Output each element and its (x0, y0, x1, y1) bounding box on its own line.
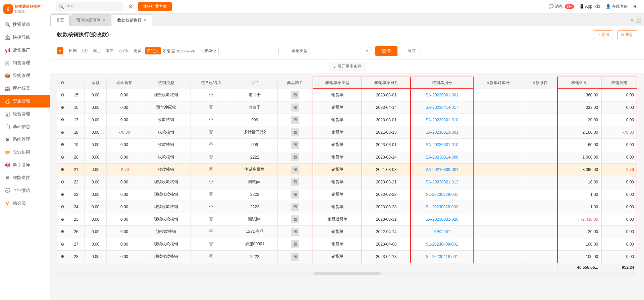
row-settings[interactable]: ⚙ (57, 151, 68, 163)
counterpart-input[interactable] (218, 47, 279, 55)
row-bill-no[interactable]: SA-20230314-008 (411, 151, 473, 163)
bill-no-link[interactable]: SA-20210813-001 (426, 130, 458, 135)
sidebar-item-marketing[interactable]: 📢 营销推广 (0, 44, 50, 56)
scrollbar-track[interactable] (314, 272, 381, 275)
row-bill-no[interactable]: SA-20230331-026 (411, 213, 473, 225)
sidebar-item-weixin[interactable]: 💬 企业微信 (0, 184, 50, 197)
sidebar-item-vip[interactable]: V 畅会员 (0, 197, 50, 210)
row-settings[interactable]: ⚙ (57, 89, 68, 101)
bill-no-link[interactable]: SL-20230328-002 (426, 205, 458, 209)
settings-button[interactable]: 设置 (403, 46, 421, 56)
date-btn-more[interactable]: 更多 (132, 47, 143, 54)
bill-no-link[interactable]: SL-20230328-001 (426, 192, 458, 197)
bill-no-link[interactable]: SA-20230321-012 (426, 180, 458, 184)
bill-no-link[interactable]: SA-20230331-026 (426, 217, 458, 222)
col-header-settings[interactable]: ⚙ (57, 77, 68, 89)
settings-row-icon[interactable]: ⚙ (61, 217, 64, 222)
row-product-image[interactable]: 图 (277, 225, 313, 238)
tab-prepaid[interactable]: 预付冲应付单 ✕ (70, 14, 111, 26)
settings-row-icon[interactable]: ⚙ (61, 130, 64, 135)
date-btn-7days[interactable]: 近7天 (117, 47, 130, 54)
row-settings[interactable]: ⚙ (57, 138, 68, 151)
row-bill-no[interactable]: SA-20230301-010 (411, 138, 473, 151)
settings-row-icon[interactable]: ⚙ (61, 142, 64, 147)
sidebar-item-system[interactable]: ⚙ 系统管理 (0, 133, 50, 146)
settings-row-icon[interactable]: ⚙ (61, 254, 64, 259)
sidebar-item-quicknav[interactable]: 🏠 快捷导航 (0, 31, 50, 44)
row-settings[interactable]: ⚙ (57, 188, 68, 201)
filter-toggle-icon[interactable]: » (57, 47, 63, 54)
date-btn-this-month[interactable]: 本月 (92, 47, 102, 54)
tab-home[interactable]: 首页 (50, 14, 70, 26)
date-btn-last-month[interactable]: 上月 (79, 47, 90, 54)
row-bill-no[interactable]: SA-20210813-001 (411, 126, 473, 138)
date-btn-custom[interactable]: 自定义 (145, 47, 161, 54)
online-service[interactable]: 👤 在线客服 (606, 4, 628, 9)
row-settings[interactable]: ⚙ (57, 101, 68, 114)
row-product-image[interactable]: 图 (277, 126, 313, 138)
sidebar-item-enterprise[interactable]: 🤝 企业协同 (0, 146, 50, 159)
row-bill-no[interactable]: ABC-001 (411, 225, 473, 238)
row-settings[interactable]: ⚙ (57, 163, 68, 176)
settings-row-icon[interactable]: ⚙ (61, 167, 64, 172)
bill-no-link[interactable]: SA-20230301-010 (426, 142, 458, 147)
gear-icon[interactable]: ⚙ (128, 3, 133, 10)
row-product-image[interactable]: 图 (277, 114, 313, 126)
tab-writeoff[interactable]: 收款核销执行 ✕ (112, 14, 152, 26)
expand-window-icon[interactable]: ⬜ (636, 17, 641, 23)
bill-no-link[interactable]: SL-20230408-001 (426, 242, 458, 247)
row-bill-no[interactable]: SA-20230414-017 (411, 101, 473, 114)
bill-no-link[interactable]: SL-20230418-001 (426, 254, 458, 259)
expand-more-button[interactable]: ∨ 展开更多条件 (329, 62, 366, 71)
row-product-image[interactable]: 图 (277, 89, 313, 101)
row-product-image[interactable]: 图 (277, 213, 313, 225)
dots-icon[interactable]: ... (281, 49, 286, 53)
sidebar-item-finance[interactable]: 💰 资金管理 (0, 95, 50, 108)
export-button[interactable]: ↗ 导出 (593, 30, 613, 39)
row-settings[interactable]: ⚙ (57, 250, 68, 263)
settings-row-icon[interactable]: ⚙ (61, 105, 64, 110)
solution-button[interactable]: 休验行业方案 (138, 2, 172, 11)
row-product-image[interactable]: 图 (277, 101, 313, 114)
settings-row-icon[interactable]: ⚙ (61, 242, 64, 247)
close-tab-writeoff[interactable]: ✕ (144, 18, 147, 23)
settings-row-icon[interactable]: ⚙ (61, 192, 64, 197)
row-settings[interactable]: ⚙ (57, 213, 68, 225)
bill-type-input[interactable] (310, 47, 370, 55)
sidebar-item-sales[interactable]: 🛒 销售管理 (0, 56, 50, 69)
row-bill-no[interactable]: SA-20230321-012 (411, 176, 473, 188)
bill-no-link[interactable]: ABC-001 (434, 229, 450, 234)
settings-icon[interactable]: ⚙ (61, 81, 64, 85)
query-button[interactable]: 查询 (375, 46, 397, 56)
sidebar-item-hardware[interactable]: 🖥 智能硬件 (0, 171, 50, 184)
row-product-image[interactable]: 图 (277, 151, 313, 163)
close-tab-prepaid[interactable]: ✕ (102, 18, 105, 23)
row-product-image[interactable]: 图 (277, 138, 313, 151)
row-product-image[interactable]: 图 (277, 238, 313, 250)
row-product-image[interactable]: 图 (277, 188, 313, 201)
bill-no-link[interactable]: SA-20210808-001 (426, 167, 458, 172)
row-bill-no[interactable]: SL-20230328-001 (411, 188, 473, 201)
row-product-image[interactable]: 图 (277, 250, 313, 263)
table-container[interactable]: ⚙ 余额 现金折扣 核销类型 包含已结清 商品 商品图片 核销单据类型 核销单据… (50, 73, 644, 300)
row-settings[interactable]: ⚙ (57, 176, 68, 188)
settings-row-icon[interactable]: ⚙ (61, 205, 64, 209)
row-product-image[interactable]: 图 (277, 176, 313, 188)
horizontal-scrollbar[interactable] (57, 272, 637, 275)
bill-no-link[interactable]: SA-20230314-008 (426, 155, 458, 160)
app-download[interactable]: 📱 App下载 (579, 4, 600, 9)
sidebar-item-tutorial[interactable]: 🎯 新手引导 (0, 159, 50, 171)
row-settings[interactable]: ⚙ (57, 114, 68, 126)
sidebar-item-basic[interactable]: 📋 基础信息 (0, 120, 50, 133)
refresh-button[interactable]: ↻ 刷新 (617, 30, 637, 39)
settings-row-icon[interactable]: ⚙ (61, 93, 64, 97)
row-product-image[interactable]: 图 (277, 201, 313, 213)
row-bill-no[interactable]: SL-20230408-001 (411, 238, 473, 250)
sidebar-item-search[interactable]: 🔍 搜索菜单 (0, 18, 50, 31)
sidebar-item-inventory[interactable]: 🏭 库存核算 (0, 82, 50, 95)
row-product-image[interactable]: 图 (277, 163, 313, 176)
settings-row-icon[interactable]: ⚙ (61, 180, 64, 184)
bill-no-link[interactable]: SA-20230301-001 (426, 93, 458, 97)
row-bill-no[interactable]: SL-20230328-002 (411, 201, 473, 213)
close-window-icon[interactable]: ✕ (630, 17, 634, 23)
